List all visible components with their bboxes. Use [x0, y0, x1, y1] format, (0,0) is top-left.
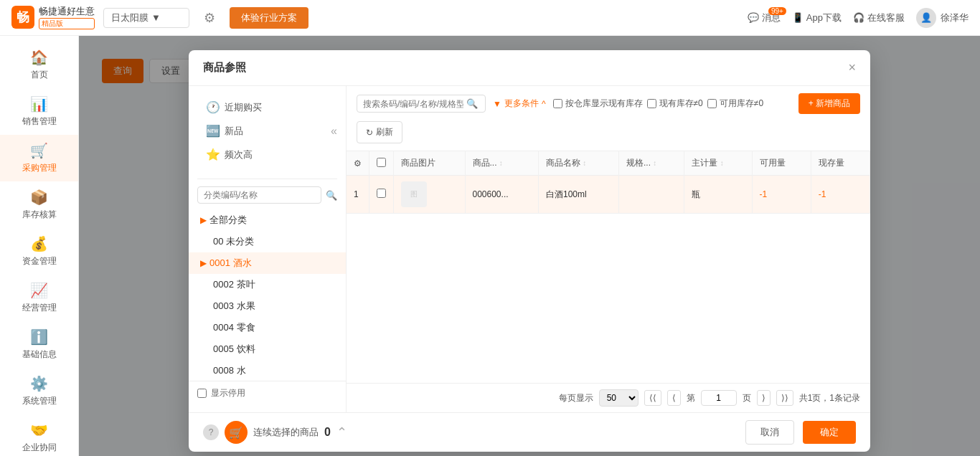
col-settings[interactable]: ⚙ [347, 151, 369, 176]
col-stock[interactable]: 现存量 [811, 151, 870, 176]
messages-nav[interactable]: 💬 消息 99+ [748, 11, 781, 24]
recent-purchase-nav[interactable]: 🕐 近期购买 [197, 96, 331, 118]
page-prev-btn[interactable]: ⟨ [667, 390, 681, 406]
cell-stock: -1 [811, 176, 870, 214]
category-item-0008[interactable]: 0008 水 [189, 360, 346, 381]
category-item-0002[interactable]: 0002 茶叶 [189, 274, 346, 295]
checkbox-stock-input[interactable] [647, 99, 656, 108]
product-search-box[interactable]: 🔍 [357, 95, 486, 113]
per-page-select[interactable]: 10 20 50 100 [599, 389, 639, 407]
dialog-close-button[interactable]: × [848, 60, 856, 75]
search-icon[interactable]: 🔍 [326, 190, 337, 201]
display-disabled-checkbox[interactable] [197, 389, 207, 398]
filter-button[interactable]: ▼ 更多条件 ^ [493, 98, 546, 110]
product-search-input[interactable] [363, 99, 463, 109]
messages-badge: 99+ [768, 7, 786, 15]
refresh-button[interactable]: ↻ 刷新 [357, 121, 402, 143]
category-item-0005[interactable]: 0005 饮料 [189, 338, 346, 360]
filter-checkboxes: 按仓库显示现有库存 现有库存≠0 可用库存≠0 [553, 98, 764, 110]
sidebar-item-system[interactable]: ⚙️ 系统管理 [0, 368, 78, 414]
footer-info: ? 🛒 连续选择的商品 0 ⌃ [203, 421, 737, 444]
page-first-btn[interactable]: ⟨⟨ [644, 390, 661, 406]
col-name[interactable]: 商品名称 ↕ [538, 151, 618, 176]
checkbox-warehouse[interactable]: 按仓库显示现有库存 [553, 98, 643, 110]
avatar: 👤 [916, 8, 936, 28]
sidebar-item-home[interactable]: 🏠 首页 [0, 42, 78, 88]
dialog-body: 🕐 近期购买 🆕 新品 ⭐ 频次高 [189, 86, 870, 412]
page-last-btn[interactable]: ⟩⟩ [776, 390, 793, 406]
app-download-nav[interactable]: 📱 App下载 [792, 11, 842, 24]
footer-collapse-button[interactable]: ⌃ [336, 424, 347, 440]
chevron-up-icon: ^ [542, 99, 546, 109]
cell-index: 1 [347, 176, 369, 214]
pagination: 每页显示 10 20 50 100 ⟨⟨ ⟨ 第 页 [347, 383, 870, 412]
help-icon[interactable]: ? [203, 424, 219, 440]
content-area: 查询 设置 刷新 商品参照 × [79, 36, 980, 456]
online-service-nav[interactable]: 🎧 在线客服 [853, 11, 905, 24]
trial-button[interactable]: 体验行业方案 [230, 7, 308, 29]
table-row[interactable]: 1 图 000600... 白酒100ml 瓶 [347, 176, 870, 214]
sidebar-item-purchase[interactable]: 🛒 采购管理 [0, 135, 78, 181]
cell-image: 图 [394, 176, 466, 214]
category-item-00[interactable]: 00 未分类 [189, 231, 346, 252]
cancel-button[interactable]: 取消 [745, 420, 794, 445]
logo-text: 畅捷通好生意 [39, 6, 95, 18]
checkbox-available-input[interactable] [707, 99, 717, 108]
col-unit[interactable]: 主计量 ↕ [684, 151, 752, 176]
right-panel: 🔍 ▼ 更多条件 ^ 按仓库显示现有库存 [347, 86, 870, 412]
category-search-row: 🔍 [189, 184, 346, 206]
user-avatar-area[interactable]: 👤 徐泽华 [916, 8, 969, 28]
category-item-0004[interactable]: 0004 零食 [189, 317, 346, 338]
sidebar-item-inventory[interactable]: 📦 库存核算 [0, 181, 78, 228]
col-spec[interactable]: 规格... ↕ [618, 151, 684, 176]
search-icon[interactable]: 🔍 [466, 98, 478, 109]
phone-icon: 📱 [792, 12, 804, 23]
checkbox-stock-nonzero[interactable]: 现有库存≠0 [647, 98, 703, 110]
filter-icon: ▼ [493, 99, 501, 109]
sidebar-item-operations[interactable]: 📈 经营管理 [0, 275, 78, 321]
sidebar-item-finance[interactable]: 💰 资金管理 [0, 228, 78, 275]
left-panel-collapse-btn[interactable]: « [331, 125, 337, 138]
sidebar-item-basic-info[interactable]: ℹ️ 基础信息 [0, 321, 78, 368]
col-code[interactable]: 商品... ↕ [465, 151, 538, 176]
category-item-0001[interactable]: ▶ 0001 酒水 [189, 252, 346, 274]
cell-name: 白酒100ml [538, 176, 618, 214]
new-products-nav[interactable]: 🆕 新品 [197, 120, 331, 142]
page-number-input[interactable] [701, 390, 737, 406]
checkbox-warehouse-input[interactable] [553, 99, 562, 108]
cell-checkbox[interactable] [369, 176, 394, 214]
cart-icon-button[interactable]: 🛒 [225, 421, 248, 444]
category-tree: ▶ 全部分类 00 未分类 ▶ 0001 酒水 [189, 206, 346, 381]
page-next-btn[interactable]: ⟩ [757, 390, 771, 406]
logo-badge: 精品版 [39, 18, 95, 29]
category-search-input[interactable] [197, 186, 321, 204]
add-product-button[interactable]: + 新增商品 [798, 93, 860, 114]
left-panel: 🕐 近期购买 🆕 新品 ⭐ 频次高 [189, 86, 347, 412]
cell-available: -1 [752, 176, 811, 214]
product-reference-dialog: 商品参照 × 🕐 近期购买 [189, 50, 870, 452]
user-name: 徐泽华 [941, 11, 969, 24]
dialog-footer: ? 🛒 连续选择的商品 0 ⌃ 取消 确定 [189, 412, 870, 452]
checkbox-available-nonzero[interactable]: 可用库存≠0 [707, 98, 763, 110]
category-item-all[interactable]: ▶ 全部分类 [189, 209, 346, 231]
sidebar-item-sales[interactable]: 📊 销售管理 [0, 88, 78, 135]
category-item-0003[interactable]: 0003 水果 [189, 295, 346, 317]
sidebar: 🏠 首页 📊 销售管理 🛒 采购管理 📦 库存核算 💰 资金管理 📈 经营管理 … [0, 36, 79, 456]
sidebar-item-enterprise[interactable]: 🤝 企业协同 [0, 414, 78, 456]
settings-button[interactable]: ⚙ [198, 6, 221, 29]
row-checkbox[interactable] [377, 189, 386, 198]
col-available[interactable]: 可用量 [752, 151, 811, 176]
cell-unit: 瓶 [684, 176, 752, 214]
dialog-title: 商品参照 [203, 61, 246, 75]
high-frequency-nav[interactable]: ⭐ 频次高 [197, 143, 331, 166]
toolbar: 🔍 ▼ 更多条件 ^ 按仓库显示现有库存 [347, 86, 870, 151]
display-disabled-label[interactable]: 显示停用 [211, 387, 245, 399]
store-dropdown[interactable]: 日太阳膜 ▼ [103, 8, 189, 28]
divider [197, 179, 337, 179]
main-layout: 🏠 首页 📊 销售管理 🛒 采购管理 📦 库存核算 💰 资金管理 📈 经营管理 … [0, 36, 980, 456]
confirm-button[interactable]: 确定 [803, 421, 856, 444]
info-icon: ℹ️ [30, 328, 48, 346]
table-header-row: ⚙ 商品图片 商品... ↕ 商品名称 ↕ 规格... ↕ 主计量 ↕ 可用量 [347, 151, 870, 176]
select-all-checkbox[interactable] [377, 158, 386, 167]
pagination-summary: 共1页，1条记录 [799, 392, 860, 404]
